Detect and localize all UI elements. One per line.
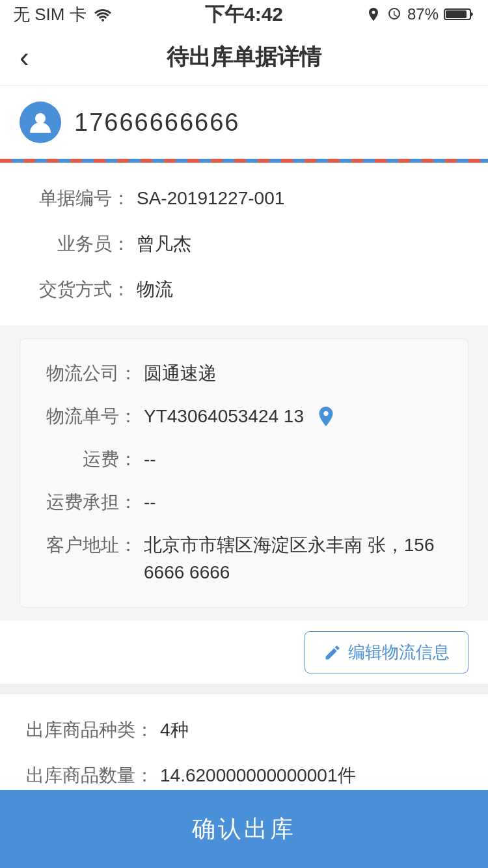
section-divider (0, 684, 488, 694)
wifi-icon (93, 7, 113, 21)
goods-types-label: 出库商品种类： (26, 716, 154, 744)
page-title: 待出库单据详情 (167, 42, 321, 72)
address-label: 客户地址： (33, 532, 137, 559)
tracking-number-label: 物流单号： (33, 403, 137, 430)
freight-row: 运费： -- (33, 438, 455, 481)
goods-quantity-label: 出库商品数量： (26, 762, 154, 789)
back-button[interactable]: ‹ (20, 41, 29, 74)
confirm-button-label: 确认出库 (192, 813, 296, 845)
avatar-icon (27, 109, 53, 135)
delivery-method-value: 物流 (137, 276, 462, 303)
status-left: 无 SIM 卡 (13, 3, 113, 26)
logistics-company-row: 物流公司： 圆通速递 (33, 352, 455, 395)
edit-icon (323, 644, 342, 662)
freight-label: 运费： (33, 446, 137, 473)
status-right: 87% (366, 5, 475, 23)
sales-person-label: 业务员： (26, 230, 130, 258)
carrier-text: 无 SIM 卡 (13, 3, 87, 26)
nav-bar: ‹ 待出库单据详情 (0, 29, 488, 86)
sales-person-row: 业务员： 曾凡杰 (26, 221, 462, 267)
customer-header: 17666666666 (0, 86, 488, 159)
tracking-number-container: YT43064053424 13 (144, 403, 455, 430)
address-value: 北京市市辖区海淀区永丰南 张，156 6666 6666 (144, 532, 455, 586)
freight-value: -- (144, 446, 455, 473)
freight-bear-value: -- (144, 489, 455, 516)
sales-person-value: 曾凡杰 (137, 230, 462, 258)
delivery-method-label: 交货方式： (26, 276, 130, 303)
svg-rect-1 (446, 10, 467, 18)
customer-avatar (20, 102, 61, 143)
battery-text: 87% (407, 5, 439, 23)
confirm-button-bar[interactable]: 确认出库 (0, 790, 488, 868)
battery-icon (444, 7, 475, 22)
logistics-company-label: 物流公司： (33, 360, 137, 387)
logistics-company-value: 圆通速递 (144, 360, 455, 387)
alarm-icon (386, 7, 402, 22)
goods-types-row: 出库商品种类： 4种 (26, 707, 462, 753)
logistics-section: 物流公司： 圆通速递 物流单号： YT43064053424 13 运费： --… (20, 338, 468, 608)
map-pin-icon[interactable] (314, 405, 338, 428)
edit-btn-row: 编辑物流信息 (0, 621, 488, 684)
tracking-number-row: 物流单号： YT43064053424 13 (33, 395, 455, 438)
freight-bear-row: 运费承担： -- (33, 481, 455, 524)
svg-point-2 (35, 113, 46, 124)
delivery-method-row: 交货方式： 物流 (26, 267, 462, 312)
edit-logistics-button[interactable]: 编辑物流信息 (305, 631, 468, 673)
freight-bear-label: 运费承担： (33, 489, 137, 516)
location-service-icon (366, 7, 381, 22)
status-time: 下午4:42 (205, 1, 283, 28)
order-info-section: 单据编号： SA-20191227-001 业务员： 曾凡杰 交货方式： 物流 (0, 163, 488, 325)
edit-logistics-label: 编辑物流信息 (348, 641, 450, 664)
goods-types-value: 4种 (160, 716, 462, 744)
status-bar: 无 SIM 卡 下午4:42 87% (0, 0, 488, 29)
order-number-row: 单据编号： SA-20191227-001 (26, 176, 462, 221)
customer-phone: 17666666666 (74, 109, 239, 137)
address-row: 客户地址： 北京市市辖区海淀区永丰南 张，156 6666 6666 (33, 524, 455, 594)
order-number-label: 单据编号： (26, 185, 130, 212)
order-number-value: SA-20191227-001 (137, 185, 462, 212)
goods-quantity-value: 14.620000000000001件 (160, 762, 462, 789)
tracking-number-value: YT43064053424 13 (144, 403, 304, 430)
